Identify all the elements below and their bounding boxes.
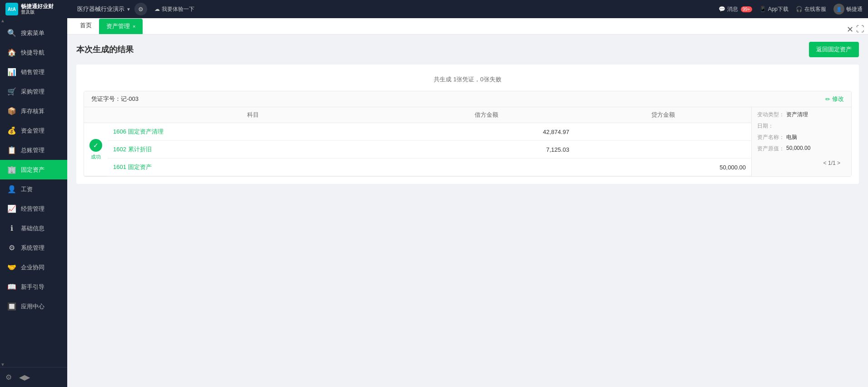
sidebar-label-basic-info: 基础信息: [21, 224, 45, 233]
sidebar-item-basic-info[interactable]: ℹ基础信息: [0, 218, 67, 238]
experience-button[interactable]: ☁ 我要体验一下: [154, 5, 194, 13]
sidebar-label-purchase: 采购管理: [21, 88, 45, 96]
sidebar-label-app-center: 应用中心: [21, 303, 45, 311]
success-text: 成功: [89, 154, 102, 160]
chevron-down-icon: ▼: [126, 7, 131, 12]
sidebar-item-business[interactable]: 📈经营管理: [0, 199, 67, 218]
app-center-icon: 🔲: [7, 302, 16, 311]
logo-icon: AtA: [5, 3, 18, 15]
sales-icon: 📊: [7, 68, 16, 76]
side-info-date: 日期：: [757, 122, 846, 130]
sidebar-label-payroll: 工资: [21, 185, 33, 194]
sidebar-item-ledger[interactable]: 📋总账管理: [0, 140, 67, 160]
fixed-assets-icon: 🏢: [7, 165, 16, 174]
subject-cell: 1602 累计折旧: [108, 141, 398, 159]
sidebar-label-fixed-assets: 固定资产: [21, 166, 45, 174]
inventory-icon: 📦: [7, 107, 16, 115]
page-content: ✕ ⛶ 本次生成的结果 返回固定资产 共生成 1张凭证，0张失败 凭证字号：记-…: [67, 35, 868, 387]
sidebar-item-quick-nav[interactable]: 🏠快捷导航: [0, 43, 67, 62]
side-info-asset-original: 资产原值： 50,000.00: [757, 145, 846, 153]
finance-icon: 💰: [7, 126, 16, 135]
voucher-block: 凭证字号：记-003 ✏ 修改 科目: [84, 91, 852, 177]
sidebar-item-purchase[interactable]: 🛒采购管理: [0, 82, 67, 101]
sidebar-scroll: 🔍搜索菜单🏠快捷导航📊销售管理🛒采购管理📦库存核算💰资金管理📋总账管理🏢固定资产…: [0, 23, 67, 362]
quick-nav-icon: 🏠: [7, 48, 16, 57]
settings-button[interactable]: ⚙: [134, 3, 147, 15]
sidebar: ▲ 🔍搜索菜单🏠快捷导航📊销售管理🛒采购管理📦库存核算💰资金管理📋总账管理🏢固定…: [0, 18, 67, 387]
system-icon: ⚙: [7, 243, 16, 252]
side-info: 变动类型： 资产清理 日期： 资产名称： 电脑: [751, 107, 851, 176]
sidebar-settings-button[interactable]: ⚙: [5, 373, 12, 382]
voucher-header: 凭证字号：记-003 ✏ 修改: [84, 91, 851, 107]
purchase-icon: 🛒: [7, 87, 16, 96]
main-layout: ▲ 🔍搜索菜单🏠快捷导航📊销售管理🛒采购管理📦库存核算💰资金管理📋总账管理🏢固定…: [0, 18, 868, 387]
tab-home[interactable]: 首页: [73, 18, 99, 34]
sidebar-label-quick-nav: 快捷导航: [21, 49, 45, 57]
voucher-body: 科目 借方金额 贷方金额 ✓ 成功 1606 固定资产清理 42,874: [84, 107, 851, 176]
next-page-button[interactable]: >: [837, 160, 840, 166]
credit-cell: [575, 141, 751, 159]
voucher-table: 科目 借方金额 贷方金额 ✓ 成功 1606 固定资产清理 42,874: [84, 107, 751, 176]
sidebar-item-guide[interactable]: 📖新手引导: [0, 277, 67, 297]
page-title: 本次生成的结果: [76, 44, 134, 55]
messages-button[interactable]: 💬 消息 99+: [719, 5, 752, 13]
sidebar-label-enterprise: 企业协同: [21, 263, 45, 272]
table-area: 科目 借方金额 贷方金额 ✓ 成功 1606 固定资产清理 42,874: [84, 107, 751, 176]
edit-button[interactable]: ✏ 修改: [825, 95, 844, 103]
app-download-button[interactable]: 📱 App下载: [759, 5, 789, 13]
sidebar-item-app-center[interactable]: 🔲应用中心: [0, 297, 67, 316]
search-icon: 🔍: [7, 29, 16, 37]
debit-cell: 42,874.97: [398, 123, 575, 141]
side-info-change-type: 变动类型： 资产清理: [757, 111, 846, 119]
sidebar-bottom: ⚙ ◀▶: [0, 367, 67, 387]
page-info: 1/1: [828, 160, 837, 166]
sidebar-item-fixed-assets[interactable]: 🏢固定资产: [0, 160, 67, 179]
avatar: 👤: [833, 4, 844, 15]
online-service-button[interactable]: 🎧 在线客服: [796, 5, 826, 13]
sidebar-item-finance[interactable]: 💰资金管理: [0, 121, 67, 140]
business-icon: 📈: [7, 204, 16, 213]
top-header: AtA 畅捷通好业财 普及版 医疗器械行业演示 ▼ ⚙ ☁ 我要体验一下 💬 消…: [0, 0, 868, 18]
voucher-number: 凭证字号：记-003: [91, 95, 139, 103]
success-icon: ✓: [89, 139, 102, 152]
prev-page-button[interactable]: <: [823, 160, 827, 166]
content-area: 首页 资产管理 × ✕ ⛶ 本次生成的结果 返回固定资产 共生成 1张凭证，0张…: [67, 18, 868, 387]
tab-asset-management[interactable]: 资产管理 ×: [99, 19, 143, 34]
result-section: 共生成 1张凭证，0张失败 凭证字号：记-003 ✏ 修改: [76, 64, 859, 184]
credit-cell: [575, 123, 751, 141]
table-row: ✓ 成功 1606 固定资产清理 42,874.97: [84, 123, 751, 141]
header-right: 💬 消息 99+ 📱 App下载 🎧 在线客服 👤 畅捷通: [719, 4, 863, 15]
sidebar-label-finance: 资金管理: [21, 127, 45, 135]
sidebar-label-business: 经营管理: [21, 205, 45, 213]
table-row: 1601 固定资产 50,000.00: [84, 159, 751, 176]
sidebar-label-inventory: 库存核算: [21, 107, 45, 115]
sidebar-item-system[interactable]: ⚙系统管理: [0, 238, 67, 258]
sidebar-item-search[interactable]: 🔍搜索菜单: [0, 23, 67, 43]
guide-icon: 📖: [7, 283, 16, 291]
page-header: 本次生成的结果 返回固定资产: [76, 42, 859, 57]
sidebar-item-enterprise[interactable]: 🤝企业协同: [0, 258, 67, 277]
return-button[interactable]: 返回固定资产: [809, 42, 859, 57]
messages-badge: 99+: [741, 6, 752, 12]
scroll-down-indicator[interactable]: ▼: [0, 362, 5, 367]
payroll-icon: 👤: [7, 185, 16, 194]
company-selector[interactable]: 医疗器械行业演示 ▼: [77, 5, 131, 13]
user-menu[interactable]: 👤 畅捷通: [833, 4, 863, 15]
subject-cell: 1601 固定资产: [108, 159, 398, 176]
tab-bar: 首页 资产管理 ×: [67, 18, 868, 35]
debit-cell: [398, 159, 575, 176]
sidebar-label-system: 系统管理: [21, 244, 45, 252]
sidebar-item-payroll[interactable]: 👤工资: [0, 179, 67, 199]
ledger-icon: 📋: [7, 146, 16, 154]
logo-area: AtA 畅捷通好业财 普及版: [5, 3, 73, 15]
logo-text: 畅捷通好业财 普及版: [21, 3, 54, 15]
sidebar-label-search: 搜索菜单: [21, 29, 45, 37]
sidebar-item-inventory[interactable]: 📦库存核算: [0, 101, 67, 121]
scroll-up-indicator[interactable]: ▲: [0, 18, 5, 23]
tab-close-icon[interactable]: ×: [133, 24, 135, 29]
debit-cell: 7,125.03: [398, 141, 575, 159]
result-summary: 共生成 1张凭证，0张失败: [76, 72, 859, 91]
sidebar-label-ledger: 总账管理: [21, 146, 45, 154]
sidebar-item-sales[interactable]: 📊销售管理: [0, 62, 67, 82]
sidebar-collapse-button[interactable]: ◀▶: [19, 373, 30, 382]
